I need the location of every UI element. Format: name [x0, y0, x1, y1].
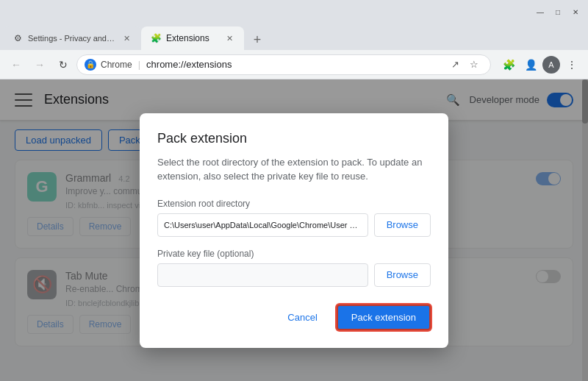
url-actions: ↗ ☆: [446, 56, 483, 74]
avatar[interactable]: A: [542, 56, 560, 74]
dialog-actions: Cancel Pack extension: [157, 305, 431, 330]
url-separator: |: [138, 59, 140, 70]
dialog-description: Select the root directory of the extensi…: [157, 155, 431, 184]
private-key-field-group: Private key file (optional) Browse: [157, 249, 431, 287]
url-chrome-label: Chrome: [101, 60, 132, 70]
settings-tab-close[interactable]: ✕: [121, 32, 132, 44]
dialog-title: Pack extension: [157, 131, 431, 146]
pack-extension-dialog: Pack extension Select the root directory…: [140, 113, 448, 348]
cancel-button[interactable]: Cancel: [274, 305, 330, 330]
tab-extensions[interactable]: 🧩 Extensions ✕: [141, 26, 244, 50]
share-icon[interactable]: ↗: [446, 56, 464, 74]
address-bar: ← → ↻ 🔒 Chrome | chrome://extensions ↗ ☆…: [0, 50, 588, 79]
extensions-tab-close[interactable]: ✕: [223, 32, 235, 44]
browse-button-2[interactable]: Browse: [374, 263, 431, 287]
root-dir-label: Extension root directory: [157, 199, 431, 209]
page-content: Extensions 🔍 Developer mode Load unpacke…: [0, 79, 588, 381]
url-security-icon: 🔒: [85, 59, 96, 71]
private-key-label: Private key file (optional): [157, 249, 431, 259]
pack-extension-confirm-button[interactable]: Pack extension: [337, 305, 431, 330]
root-dir-input[interactable]: C:\Users\user\AppData\Local\Google\Chrom…: [157, 213, 368, 237]
private-key-row: Browse: [157, 263, 431, 287]
toolbar-right: 🧩 👤 A ⋮: [498, 54, 582, 75]
back-button[interactable]: ←: [6, 54, 26, 75]
browser-frame: — □ ✕ ⚙ Settings - Privacy and security …: [0, 0, 588, 381]
private-key-input[interactable]: [157, 263, 368, 287]
title-bar: — □ ✕: [0, 0, 588, 24]
profile-icon[interactable]: 👤: [520, 54, 541, 75]
window-controls: — □ ✕: [534, 5, 582, 18]
bookmark-icon[interactable]: ☆: [465, 56, 483, 74]
extensions-tab-icon: 🧩: [150, 32, 162, 44]
url-text: chrome://extensions: [146, 59, 232, 70]
forward-button[interactable]: →: [29, 54, 50, 75]
root-dir-value: C:\Users\user\AppData\Local\Google\Chrom…: [164, 221, 362, 229]
browse-button-1[interactable]: Browse: [374, 213, 431, 237]
maximize-button[interactable]: □: [551, 5, 564, 18]
url-bar[interactable]: 🔒 Chrome | chrome://extensions ↗ ☆: [76, 54, 491, 75]
extensions-tab-label: Extensions: [166, 33, 209, 43]
root-dir-field-group: Extension root directory C:\Users\user\A…: [157, 199, 431, 237]
tab-bar: ⚙ Settings - Privacy and security ✕ 🧩 Ex…: [0, 24, 588, 50]
modal-overlay: Pack extension Select the root directory…: [0, 79, 588, 381]
new-tab-button[interactable]: +: [247, 29, 268, 50]
extensions-toolbar-icon[interactable]: 🧩: [498, 54, 519, 75]
minimize-button[interactable]: —: [534, 5, 547, 18]
tab-settings[interactable]: ⚙ Settings - Privacy and security ✕: [3, 26, 141, 50]
settings-tab-icon: ⚙: [12, 32, 24, 44]
close-button[interactable]: ✕: [569, 5, 582, 18]
settings-tab-label: Settings - Privacy and security: [28, 34, 116, 43]
menu-icon[interactable]: ⋮: [562, 54, 582, 75]
root-dir-row: C:\Users\user\AppData\Local\Google\Chrom…: [157, 213, 431, 237]
reload-button[interactable]: ↻: [53, 54, 74, 75]
